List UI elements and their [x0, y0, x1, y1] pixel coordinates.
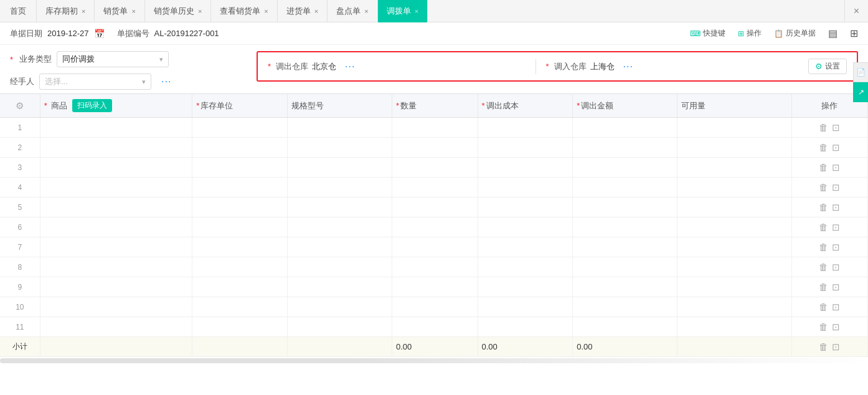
row-qty-11[interactable] — [392, 317, 478, 337]
close-view-sales[interactable]: × — [264, 7, 268, 15]
handler-select[interactable]: 选择... ▾ — [39, 74, 151, 90]
row-amount-9[interactable] — [573, 277, 677, 297]
copy-icon-1[interactable]: ⊡ — [832, 122, 840, 133]
delete-icon-9[interactable]: 🗑 — [819, 282, 828, 292]
row-spec-6[interactable] — [287, 217, 392, 237]
delete-icon-5[interactable]: 🗑 — [819, 202, 828, 212]
tab-view-sales[interactable]: 查看销货单 × — [211, 0, 277, 22]
copy-icon-6[interactable]: ⊡ — [832, 222, 840, 233]
row-qty-5[interactable] — [392, 198, 478, 217]
row-qty-7[interactable] — [392, 237, 478, 257]
row-avail-8[interactable] — [677, 257, 791, 277]
delete-icon-8[interactable]: 🗑 — [819, 262, 828, 272]
row-avail-9[interactable] — [677, 277, 791, 297]
row-spec-11[interactable] — [287, 317, 392, 337]
row-spec-4[interactable] — [287, 178, 392, 198]
row-avail-5[interactable] — [677, 198, 791, 217]
delete-icon-10[interactable]: 🗑 — [819, 302, 828, 312]
tab-sales-history[interactable]: 销货单历史 × — [145, 0, 211, 22]
out-warehouse-more-button[interactable]: ··· — [345, 61, 355, 72]
row-cost-3[interactable] — [478, 158, 573, 178]
row-avail-4[interactable] — [677, 178, 791, 198]
close-inventory-init[interactable]: × — [82, 7, 85, 15]
biz-type-select[interactable]: 同价调拨 ▾ — [57, 51, 169, 67]
row-amount-6[interactable] — [573, 217, 677, 237]
row-unit-10[interactable] — [192, 297, 288, 317]
row-unit-11[interactable] — [192, 317, 288, 337]
row-cost-5[interactable] — [478, 198, 573, 217]
row-spec-10[interactable] — [287, 297, 392, 317]
row-cost-10[interactable] — [478, 297, 573, 317]
row-cost-4[interactable] — [478, 178, 573, 198]
delete-icon-1[interactable]: 🗑 — [819, 122, 828, 133]
delete-icon-subtotal[interactable]: 🗑 — [819, 341, 828, 352]
copy-icon-8[interactable]: ⊡ — [832, 262, 840, 273]
row-amount-10[interactable] — [573, 297, 677, 317]
th-settings[interactable]: ⚙ — [0, 94, 40, 118]
copy-icon-2[interactable]: ⊡ — [832, 142, 840, 153]
row-avail-1[interactable] — [677, 118, 791, 138]
row-amount-8[interactable] — [573, 257, 677, 277]
scan-button[interactable]: 扫码录入 — [72, 99, 112, 112]
delete-icon-4[interactable]: 🗑 — [819, 182, 828, 193]
row-spec-3[interactable] — [287, 158, 392, 178]
copy-icon-11[interactable]: ⊡ — [832, 321, 840, 333]
row-goods-3[interactable] — [40, 158, 192, 178]
delete-icon-6[interactable]: 🗑 — [819, 222, 828, 232]
row-cost-1[interactable] — [478, 118, 573, 138]
copy-icon-5[interactable]: ⊡ — [832, 202, 840, 213]
row-spec-8[interactable] — [287, 257, 392, 277]
row-unit-4[interactable] — [192, 178, 288, 198]
row-unit-6[interactable] — [192, 217, 288, 237]
history-button[interactable]: 📋 历史单据 — [774, 28, 816, 39]
side-doc-button[interactable]: 📄 — [853, 62, 868, 82]
operation-button[interactable]: ⊞ 操作 — [738, 28, 762, 39]
row-qty-9[interactable] — [392, 277, 478, 297]
row-amount-1[interactable] — [573, 118, 677, 138]
row-unit-8[interactable] — [192, 257, 288, 277]
in-warehouse-more-button[interactable]: ··· — [623, 61, 633, 72]
close-sales-history[interactable]: × — [198, 7, 202, 15]
row-goods-11[interactable] — [40, 317, 192, 337]
tab-transfer-order[interactable]: 调拨单 × — [378, 0, 428, 22]
tab-inventory-count[interactable]: 盘点单 × — [328, 0, 377, 22]
copy-icon-3[interactable]: ⊡ — [832, 162, 840, 173]
row-cost-7[interactable] — [478, 237, 573, 257]
settings-button[interactable]: ⚙ 设置 — [808, 59, 847, 74]
row-avail-2[interactable] — [677, 138, 791, 158]
row-unit-1[interactable] — [192, 118, 288, 138]
delete-icon-3[interactable]: 🗑 — [819, 162, 828, 173]
row-goods-2[interactable] — [40, 138, 192, 158]
row-unit-2[interactable] — [192, 138, 288, 158]
row-qty-3[interactable] — [392, 158, 478, 178]
row-spec-1[interactable] — [287, 118, 392, 138]
row-goods-7[interactable] — [40, 237, 192, 257]
tab-sales-order[interactable]: 销货单 × — [95, 0, 144, 22]
row-qty-1[interactable] — [392, 118, 478, 138]
close-purchase-order[interactable]: × — [314, 7, 318, 15]
row-cost-8[interactable] — [478, 257, 573, 277]
row-unit-9[interactable] — [192, 277, 288, 297]
row-amount-7[interactable] — [573, 237, 677, 257]
row-unit-3[interactable] — [192, 158, 288, 178]
copy-icon-7[interactable]: ⊡ — [832, 242, 840, 253]
row-avail-10[interactable] — [677, 297, 791, 317]
row-amount-5[interactable] — [573, 198, 677, 217]
window-close-button[interactable]: × — [844, 0, 868, 22]
row-goods-9[interactable] — [40, 277, 192, 297]
row-cost-9[interactable] — [478, 277, 573, 297]
row-amount-3[interactable] — [573, 158, 677, 178]
row-avail-7[interactable] — [677, 237, 791, 257]
row-amount-4[interactable] — [573, 178, 677, 198]
copy-icon-10[interactable]: ⊡ — [832, 302, 840, 313]
calendar-icon[interactable]: 📅 — [94, 29, 105, 39]
row-spec-2[interactable] — [287, 138, 392, 158]
copy-icon-4[interactable]: ⊡ — [832, 182, 840, 193]
row-qty-2[interactable] — [392, 138, 478, 158]
row-spec-9[interactable] — [287, 277, 392, 297]
row-unit-7[interactable] — [192, 237, 288, 257]
copy-icon-subtotal[interactable]: ⊡ — [832, 341, 840, 353]
row-avail-11[interactable] — [677, 317, 791, 337]
close-sales-order[interactable]: × — [131, 7, 135, 15]
row-qty-8[interactable] — [392, 257, 478, 277]
